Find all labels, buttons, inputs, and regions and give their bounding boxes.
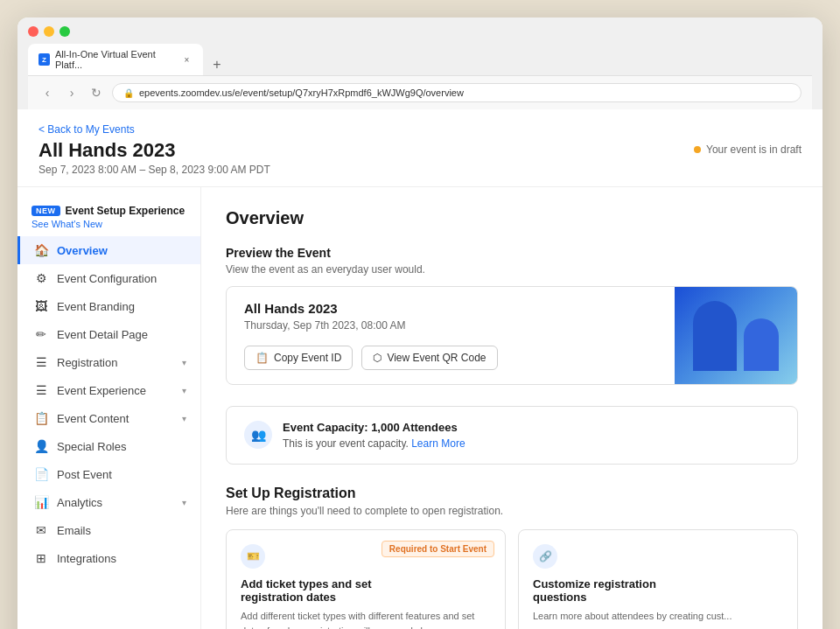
sidebar-label-event-experience: Event Experience [57, 384, 173, 397]
learn-more-link[interactable]: Learn More [411, 437, 465, 450]
preview-section: Preview the Event View the event as an e… [226, 246, 798, 385]
capacity-bold: Event Capacity: 1,000 Attendees [283, 421, 466, 434]
app-body: NEW Event Setup Experience See What's Ne… [18, 187, 822, 629]
sidebar-item-event-content[interactable]: 📋 Event Content ▾ [18, 404, 200, 432]
capacity-card: 👥 Event Capacity: 1,000 Attendees This i… [226, 406, 798, 465]
preview-card: All Hands 2023 Thursday, Sep 7th 2023, 0… [226, 286, 798, 385]
sidebar-label-analytics: Analytics [57, 496, 173, 509]
sidebar-item-special-roles[interactable]: 👤 Special Roles [18, 432, 200, 460]
integrations-icon: ⊞ [34, 551, 48, 565]
registration-heading: Set Up Registration [226, 486, 798, 501]
ticket-card: Required to Start Event 🎫 Add ticket typ… [226, 529, 506, 629]
back-nav-button[interactable]: ‹ [38, 86, 56, 100]
questions-icon: 🔗 [533, 544, 557, 569]
maximize-button[interactable] [60, 26, 70, 37]
chevron-down-icon-4: ▾ [182, 498, 186, 507]
lock-icon: 🔒 [123, 88, 134, 98]
sidebar-label-special-roles: Special Roles [57, 440, 186, 453]
close-button[interactable] [28, 26, 38, 37]
tab-bar: Z All-In-One Virtual Event Platf... × + [28, 44, 812, 75]
sidebar-label-integrations: Integrations [57, 552, 186, 565]
sidebar-label-event-content: Event Content [57, 412, 173, 425]
copy-event-id-button[interactable]: 📋 Copy Event ID [244, 346, 353, 370]
sidebar-item-event-detail-page[interactable]: ✏ Event Detail Page [18, 320, 200, 348]
list-icon: ☰ [34, 355, 48, 369]
preview-subtext: View the event as an everyday user would… [226, 263, 798, 276]
questions-card-desc: Learn more about attendees by creating c… [533, 609, 783, 624]
event-dates: Sep 7, 2023 8:00 AM – Sep 8, 2023 9:00 A… [38, 164, 270, 176]
sidebar-label-registration: Registration [57, 356, 173, 369]
new-tab-button[interactable]: + [206, 54, 228, 75]
setup-experience-banner: NEW Event Setup Experience See What's Ne… [18, 198, 200, 236]
chart-icon: 📊 [34, 495, 48, 509]
reload-button[interactable]: ↻ [88, 86, 105, 100]
ticket-icon: 🎫 [241, 544, 265, 569]
sidebar: NEW Event Setup Experience See What's Ne… [18, 187, 201, 629]
sidebar-label-event-branding: Event Branding [57, 300, 186, 313]
ticket-card-title: Add ticket types and set registration da… [241, 577, 491, 604]
tab-label: All-In-One Virtual Event Platf... [55, 49, 176, 70]
capacity-subtext: This is your event capacity. [283, 437, 409, 450]
setup-experience-title: NEW Event Setup Experience [32, 205, 186, 217]
see-whats-new-link[interactable]: See What's New [32, 219, 186, 229]
sidebar-item-event-experience[interactable]: ☰ Event Experience ▾ [18, 376, 200, 404]
preview-event-date: Thursday, Sep 7th 2023, 08:00 AM [244, 319, 657, 332]
preview-event-name: All Hands 2023 [244, 301, 657, 316]
url-text: epevents.zoomdev.us/e/event/setup/Q7xryH… [139, 87, 464, 98]
url-bar[interactable]: 🔒 epevents.zoomdev.us/e/event/setup/Q7xr… [112, 83, 802, 102]
event-image-decoration [684, 301, 788, 371]
questions-card: 🔗 Customize registration questions Learn… [518, 529, 798, 629]
sidebar-item-event-configuration[interactable]: ⚙ Event Configuration [18, 264, 200, 292]
sidebar-item-integrations[interactable]: ⊞ Integrations [18, 544, 200, 572]
back-to-events-link[interactable]: < Back to My Events [38, 123, 270, 136]
forward-nav-button[interactable]: › [63, 86, 80, 100]
ticket-card-desc: Add different ticket types with differen… [241, 609, 491, 629]
clipboard-icon: 📋 [34, 411, 48, 425]
preview-heading: Preview the Event [226, 246, 798, 260]
view-qr-code-button[interactable]: ⬡ View Event QR Code [361, 346, 497, 370]
sidebar-item-analytics[interactable]: 📊 Analytics ▾ [18, 488, 200, 516]
sidebar-label-event-detail-page: Event Detail Page [57, 328, 186, 341]
sidebar-item-emails[interactable]: ✉ Emails [18, 516, 200, 544]
capacity-text: Event Capacity: 1,000 Attendees This is … [283, 421, 466, 450]
page-title: Overview [226, 208, 798, 228]
chevron-down-icon-3: ▾ [182, 414, 186, 423]
event-title: All Hands 2023 [38, 139, 270, 162]
draft-status-label: Your event is in draft [706, 143, 802, 156]
registration-cards: Required to Start Event 🎫 Add ticket typ… [226, 529, 798, 629]
copy-icon: 📋 [256, 352, 269, 364]
document-icon: 📄 [34, 467, 48, 481]
active-tab[interactable]: Z All-In-One Virtual Event Platf... × [28, 44, 203, 75]
preview-card-image [675, 287, 797, 384]
gear-icon: ⚙ [34, 271, 48, 285]
sidebar-label-overview: Overview [57, 244, 186, 257]
browser-window: Z All-In-One Virtual Event Platf... × + … [18, 17, 822, 629]
traffic-lights [28, 26, 812, 37]
decorative-arch-2 [744, 318, 779, 371]
sidebar-label-post-event: Post Event [57, 468, 186, 481]
capacity-sub: This is your event capacity. Learn More [283, 437, 466, 450]
copy-event-id-label: Copy Event ID [274, 352, 341, 364]
new-badge: NEW [32, 206, 60, 216]
registration-subtext: Here are things you'll need to complete … [226, 505, 798, 517]
attendees-icon: 👥 [244, 421, 272, 449]
questions-card-title: Customize registration questions [533, 577, 783, 604]
view-qr-code-label: View Event QR Code [387, 352, 486, 364]
email-icon: ✉ [34, 523, 48, 537]
tab-favicon: Z [38, 53, 50, 66]
main-content: Overview Preview the Event View the even… [201, 187, 822, 629]
preview-actions: 📋 Copy Event ID ⬡ View Event QR Code [244, 346, 657, 370]
decorative-arch-1 [693, 301, 737, 371]
setup-experience-label: Event Setup Experience [66, 205, 186, 217]
sidebar-item-post-event[interactable]: 📄 Post Event [18, 460, 200, 488]
edit-icon: ✏ [34, 327, 48, 341]
sidebar-item-overview[interactable]: 🏠 Overview [18, 236, 200, 264]
minimize-button[interactable] [44, 26, 54, 37]
draft-status-dot [694, 146, 701, 153]
sidebar-item-registration[interactable]: ☰ Registration ▾ [18, 348, 200, 376]
person-icon: 👤 [34, 439, 48, 453]
chevron-down-icon-2: ▾ [182, 386, 186, 395]
sidebar-item-event-branding[interactable]: 🖼 Event Branding [18, 292, 200, 320]
sidebar-label-event-configuration: Event Configuration [57, 272, 186, 285]
tab-close-button[interactable]: × [181, 53, 192, 66]
